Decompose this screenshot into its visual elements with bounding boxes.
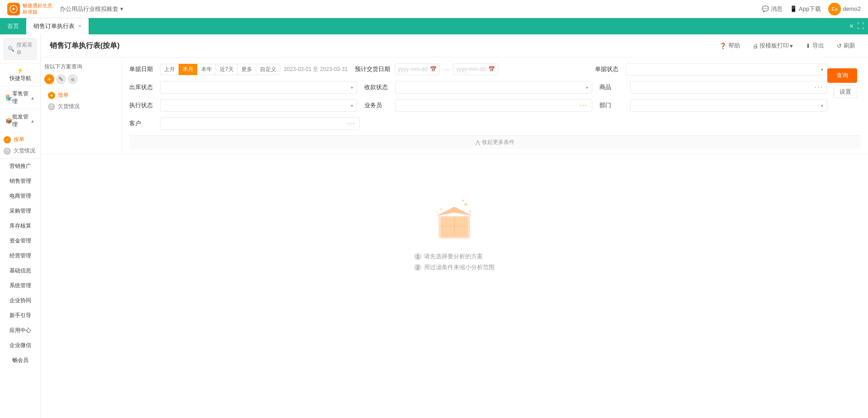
app-download-action[interactable]: 📱 App下载 xyxy=(790,5,821,13)
exec-status-select[interactable]: ▾ xyxy=(160,99,357,112)
header-right: 💬 消息 📱 App下载 Ea demo2 xyxy=(762,3,861,15)
export-btn[interactable]: ⬇ 导出 xyxy=(802,40,828,52)
svg-text:✦: ✦ xyxy=(461,198,465,203)
sidebar-item-purchase[interactable]: 采购管理 xyxy=(0,204,40,218)
svg-point-6 xyxy=(464,203,467,206)
message-action[interactable]: 💬 消息 xyxy=(762,5,783,13)
salesperson-more-icon[interactable]: ··· xyxy=(580,101,588,109)
date-tab-this-year[interactable]: 本年 xyxy=(197,64,216,75)
payment-status-select[interactable]: ▾ xyxy=(395,81,592,94)
date-tab-this-month[interactable]: 本月 xyxy=(179,64,197,75)
date-tab-7days[interactable]: 近7天 xyxy=(216,64,237,75)
window-maximize-icon[interactable]: ⛶ xyxy=(857,22,864,30)
sidebar-item-sales[interactable]: 销售管理 xyxy=(0,174,40,189)
page-actions: ❓ 帮助 🖨 按模板打印 ▾ ⬇ 导出 ↺ 刷新 xyxy=(716,40,859,52)
wholesale-expand-icon: ▲ xyxy=(30,119,35,124)
svg-marker-2 xyxy=(436,207,472,216)
customer-more-icon[interactable]: ··· xyxy=(347,119,355,128)
sidebar-item-finance[interactable]: 资金管理 xyxy=(0,233,40,248)
payment-status-arrow-icon: ▾ xyxy=(586,85,588,90)
sidebar-search-btn[interactable]: 🔍 按以下方案查询 搜索菜单 xyxy=(4,38,37,60)
add-scheme-btn[interactable]: + xyxy=(44,74,54,84)
help-btn[interactable]: ❓ 帮助 xyxy=(716,40,744,52)
filter-row-4: 客户 ··· xyxy=(129,117,827,130)
edit-scheme-btn[interactable]: ✎ xyxy=(56,74,66,84)
collapse-left-btn[interactable]: « xyxy=(68,74,78,84)
goods-more-icon[interactable]: ··· xyxy=(815,83,823,91)
sidebar-item-inventory[interactable]: 库存核算 xyxy=(0,218,40,233)
sidebar-item-basic[interactable]: 基础信息 xyxy=(0,263,40,278)
sidebar-item-marketing[interactable]: 营销推广 xyxy=(0,159,40,174)
content-area: 销售订单执行表(按单) ❓ 帮助 🖨 按模板打印 ▾ ⬇ 导出 xyxy=(41,34,868,418)
date-tab-custom[interactable]: 自定义 xyxy=(256,64,280,75)
sidebar: 🔍 按以下方案查询 搜索菜单 ⚡ 快捷导航 🏪 零售管理 ▲ 📦 批发 xyxy=(0,34,41,418)
customer-label: 客户 xyxy=(129,119,156,128)
tab-close-icon[interactable]: × xyxy=(78,23,81,29)
filter-row-2: 出库状态 ▾ 收款状态 xyxy=(129,81,827,94)
ship-status-select[interactable]: ▾ xyxy=(160,81,357,94)
search-icon: 🔍 xyxy=(8,46,14,52)
help-icon: ❓ xyxy=(719,43,726,49)
sidebar-item-quick-nav[interactable]: ⚡ 快捷导航 xyxy=(0,64,40,86)
header-left: 畅捷通好生意 标准版 办公用品行业模拟账套 ▾ xyxy=(7,3,127,15)
svg-text:✦: ✦ xyxy=(435,210,439,214)
sidebar-item-ecom[interactable]: 电商管理 xyxy=(0,189,40,204)
wholesale-sub-panel: ✓ 按单 ⏱ 欠货情况 xyxy=(0,132,40,158)
sidebar-group-header-wholesale[interactable]: 📦 批发管理 ▲ xyxy=(0,109,40,132)
empty-tip-2: 2 用过滤条件来缩小分析范围 xyxy=(414,263,495,271)
svg-point-8 xyxy=(440,208,442,210)
press-order-icon: ✓ xyxy=(4,136,11,143)
window-close-icon[interactable]: × xyxy=(849,22,854,30)
sidebar-group-header-retail[interactable]: 🏪 零售管理 ▲ xyxy=(0,86,40,109)
setting-btn[interactable]: 设置 xyxy=(834,86,857,98)
filter-panel-actions: + ✎ « xyxy=(44,74,118,84)
sidebar-item-appstore[interactable]: 应用中心 xyxy=(0,323,40,338)
dept-select[interactable]: ▾ xyxy=(630,99,827,112)
user-area[interactable]: Ea demo2 xyxy=(828,3,861,15)
main-layout: 🔍 按以下方案查询 搜索菜单 ⚡ 快捷导航 🏪 零售管理 ▲ 📦 批发 xyxy=(0,34,868,418)
arrears-icon: ⏱ xyxy=(4,147,11,155)
collapse-bar[interactable]: ⋀ 收起更多条件 xyxy=(129,135,861,149)
export-icon: ⬇ xyxy=(806,43,811,49)
sidebar-item-ops[interactable]: 经营管理 xyxy=(0,248,40,263)
ship-status-field: 出库状态 ▾ xyxy=(129,81,357,94)
sidebar-item-corp[interactable]: 企业协同 xyxy=(0,293,40,308)
dept-field: 部门 ▾ xyxy=(599,99,827,112)
expected-end-input[interactable]: yyyy-mm-dd 📅 xyxy=(453,63,498,75)
goods-select[interactable]: ··· xyxy=(630,81,827,94)
scheme-press-order-icon: ● xyxy=(48,92,55,99)
scheme-press-order[interactable]: ● 按单 xyxy=(44,90,118,101)
logo-text: 畅捷通好生意 标准版 xyxy=(23,3,52,14)
sidebar-sub-arrears[interactable]: ⏱ 欠货情况 xyxy=(0,145,40,157)
cal-end-icon: 📅 xyxy=(488,66,495,72)
refresh-btn[interactable]: ↺ 刷新 xyxy=(833,40,859,52)
date-tab-last-month[interactable]: 上月 xyxy=(160,64,179,75)
step-1-icon: 1 xyxy=(414,253,421,260)
sidebar-item-vip[interactable]: 畅会员 xyxy=(0,353,40,368)
date-tab-more[interactable]: 更多 xyxy=(237,64,256,75)
refresh-icon: ↺ xyxy=(837,43,842,49)
sidebar-item-weixin[interactable]: 企业微信 xyxy=(0,338,40,353)
tab-home[interactable]: 首页 xyxy=(0,18,26,34)
wholesale-icon: 📦 xyxy=(5,118,12,124)
customer-select[interactable]: ··· xyxy=(160,117,360,130)
tab-active[interactable]: 销售订单执行表 × xyxy=(26,18,89,34)
date-filter: 上月 本月 本年 近7天 更多 自定义 xyxy=(160,64,280,75)
empty-svg: ✦ ✦ xyxy=(427,191,481,245)
scheme-arrears[interactable]: ⏱ 欠货情况 xyxy=(44,101,118,112)
step-2-icon: 2 xyxy=(414,264,421,271)
tab-bar: 首页 销售订单执行表 × × ⛶ xyxy=(0,18,868,34)
sidebar-item-newbie[interactable]: 新手引导 xyxy=(0,308,40,323)
sidebar-sub-press-order[interactable]: ✓ 按单 xyxy=(0,134,40,145)
page-content: 销售订单执行表(按单) ❓ 帮助 🖨 按模板打印 ▾ ⬇ 导出 xyxy=(41,34,868,418)
template-print-btn[interactable]: 🖨 按模板打印 ▾ xyxy=(749,40,797,52)
expected-start-input[interactable]: yyyy-mm-dd 📅 xyxy=(395,63,440,75)
doc-date-label: 单据日期 xyxy=(129,65,156,73)
salesperson-select[interactable]: ··· xyxy=(395,99,592,112)
tab-bar-right: × ⛶ xyxy=(849,22,868,30)
account-dropdown[interactable]: 办公用品行业模拟账套 ▾ xyxy=(56,5,127,13)
filter-panel-header: 按以下方案查询 xyxy=(44,63,118,71)
sidebar-item-system[interactable]: 系统管理 xyxy=(0,278,40,293)
doc-status-select[interactable]: ▾ xyxy=(626,63,827,76)
query-btn[interactable]: 查询 xyxy=(827,68,857,83)
